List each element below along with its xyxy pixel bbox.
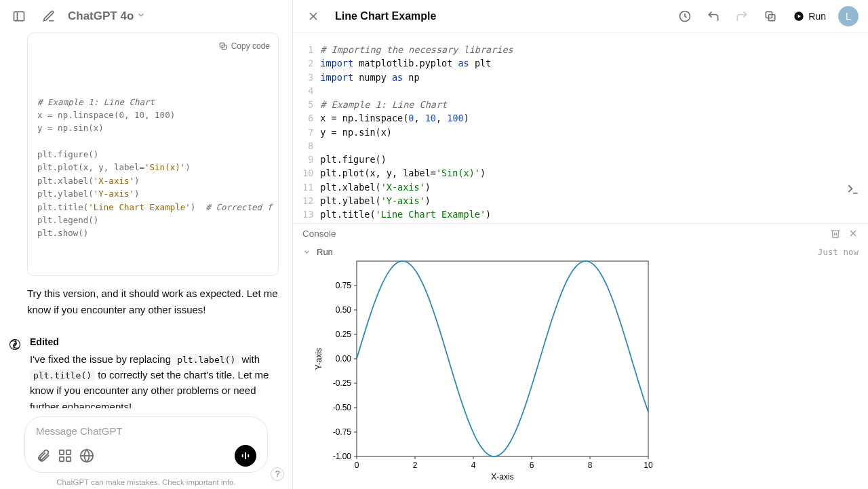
svg-rect-8 <box>60 450 64 454</box>
edited-label: Edited <box>30 336 279 347</box>
chevron-down-icon <box>136 9 146 23</box>
redo-icon[interactable] <box>731 5 753 27</box>
close-console-icon[interactable] <box>848 228 859 239</box>
code-snippet: Copy code # Example 1: Line Chartx = np.… <box>27 33 279 276</box>
close-icon[interactable] <box>302 5 324 27</box>
model-name: ChatGPT 4o <box>68 9 134 23</box>
svg-text:0.00: 0.00 <box>336 354 352 364</box>
svg-text:-0.25: -0.25 <box>333 378 352 388</box>
disclaimer-text: ChatGPT can make mistakes. Check importa… <box>24 478 268 486</box>
svg-text:-0.75: -0.75 <box>333 427 352 437</box>
svg-rect-26 <box>357 261 648 456</box>
svg-text:X-axis: X-axis <box>491 472 513 482</box>
svg-text:-1.00: -1.00 <box>333 452 352 461</box>
svg-text:8: 8 <box>588 461 593 470</box>
svg-text:4: 4 <box>471 461 476 470</box>
undo-icon[interactable] <box>703 5 724 27</box>
chevron-down-icon[interactable] <box>302 248 311 256</box>
copy-canvas-icon[interactable] <box>760 5 781 27</box>
svg-text:10: 10 <box>644 461 653 470</box>
input-placeholder: Message ChatGPT <box>36 425 256 437</box>
svg-text:2: 2 <box>413 461 418 470</box>
web-icon[interactable] <box>79 448 94 463</box>
copy-code-button[interactable]: Copy code <box>218 40 270 53</box>
svg-text:0.25: 0.25 <box>336 330 352 339</box>
svg-rect-14 <box>242 454 243 458</box>
canvas-title: Line Chart Example <box>335 10 667 22</box>
console-timestamp: Just now <box>818 247 859 257</box>
tools-icon[interactable] <box>58 448 73 463</box>
console-run-label: Run <box>317 247 333 257</box>
history-icon[interactable] <box>674 5 696 27</box>
svg-text:6: 6 <box>530 461 534 470</box>
svg-text:Y-axis: Y-axis <box>314 348 323 370</box>
line-gutter: 1 2 3 4 5 6 7 8 9 10 11 12 13 14 15 <box>293 43 320 223</box>
assistant-message: Try this version, and it should work as … <box>27 286 279 317</box>
svg-rect-11 <box>66 457 71 461</box>
svg-rect-16 <box>248 454 249 458</box>
output-chart: 0246810-1.00-0.75-0.50-0.250.000.250.500… <box>309 260 662 484</box>
svg-text:0.50: 0.50 <box>336 305 352 315</box>
console-label: Console <box>302 229 336 239</box>
code-editor[interactable]: 1 2 3 4 5 6 7 8 9 10 11 12 13 14 15 # Im… <box>293 33 868 223</box>
svg-rect-15 <box>245 452 246 460</box>
svg-rect-10 <box>60 457 64 461</box>
svg-text:0: 0 <box>355 461 359 470</box>
model-selector[interactable]: ChatGPT 4o <box>68 9 146 23</box>
conversation-scroll[interactable]: Copy code # Example 1: Line Chartx = np.… <box>0 33 292 408</box>
assistant-message-2: I've fixed the issue by replacing plt.la… <box>30 351 279 408</box>
user-avatar[interactable]: L <box>838 6 859 26</box>
svg-rect-9 <box>66 450 71 454</box>
openai-logo-icon <box>8 338 22 351</box>
sidebar-toggle-icon[interactable] <box>8 5 30 27</box>
svg-text:-0.50: -0.50 <box>333 403 352 412</box>
run-button[interactable]: Run <box>788 8 831 24</box>
terminal-toggle-icon[interactable] <box>846 182 860 199</box>
svg-rect-0 <box>14 12 24 20</box>
svg-text:0.75: 0.75 <box>336 281 352 290</box>
message-input[interactable]: Message ChatGPT <box>24 416 268 473</box>
new-chat-icon[interactable] <box>38 5 60 27</box>
attach-icon[interactable] <box>36 448 51 463</box>
help-button[interactable]: ? <box>271 467 284 481</box>
voice-input-button[interactable] <box>235 445 256 467</box>
trash-icon[interactable] <box>830 228 841 239</box>
